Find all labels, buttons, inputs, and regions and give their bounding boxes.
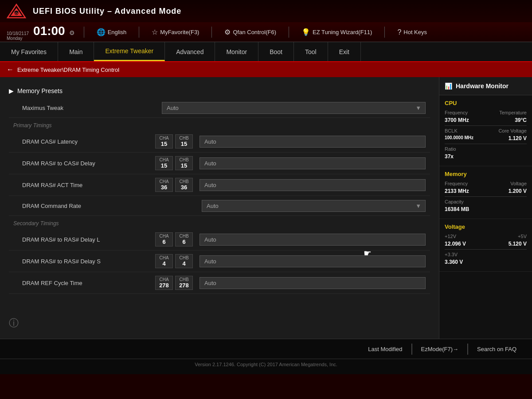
- dram-ras-act-label: DRAM RAS# ACT Time: [22, 182, 155, 188]
- search-faq-button[interactable]: Search on FAQ: [468, 344, 525, 355]
- hotkeys-button[interactable]: ? Hot Keys: [394, 27, 430, 38]
- sidebar-item-boot[interactable]: Boot: [258, 42, 294, 61]
- ras-cas-input[interactable]: [200, 157, 426, 169]
- ras-act-input[interactable]: [200, 179, 426, 191]
- dram-ref-cycle-label: DRAM REF Cycle Time: [22, 280, 155, 286]
- ref-cycle-input[interactable]: [200, 277, 426, 289]
- dram-cas-latency-row: DRAM CAS# Latency CHA 15 CHB 15: [9, 131, 430, 153]
- primary-timings-label: Primary Timings: [9, 118, 430, 131]
- language-label: English: [108, 29, 127, 35]
- cas-chb-value: 15: [178, 141, 190, 147]
- v33-value-row: 3.360 V: [445, 259, 527, 265]
- ras-act-cha-value: 36: [158, 184, 170, 191]
- ras-cas-cha-label: CHA: [158, 157, 170, 162]
- ras-delay-s-cha-value: 4: [158, 260, 170, 267]
- sidebar-item-main[interactable]: Main: [58, 42, 94, 61]
- fan-icon: ⚙: [224, 28, 231, 36]
- voltage-section: Voltage +12V +5V 12.096 V 5.120 V +3.3V …: [439, 219, 532, 272]
- cpu-ratio-label: Ratio: [445, 146, 456, 152]
- monitor-icon: 📊: [445, 82, 452, 90]
- globe-icon: 🌐: [97, 28, 106, 36]
- ez-mode-button[interactable]: EzMode(F7)→: [412, 344, 468, 355]
- sidebar-item-advanced[interactable]: Advanced: [165, 42, 215, 61]
- settings-icon-time[interactable]: ⚙: [69, 29, 75, 36]
- cas-latency-control[interactable]: [200, 136, 426, 148]
- dram-ras-act-row: DRAM RAS# ACT Time CHA 36 CHB 36: [9, 174, 430, 196]
- ras-cas-cha-box: CHA 15: [155, 156, 173, 170]
- sidebar-item-monitor[interactable]: Monitor: [215, 42, 258, 61]
- rog-logo: ROG: [5, 4, 27, 19]
- last-modified-button[interactable]: Last Modified: [359, 344, 411, 355]
- secondary-timings-text: Secondary Timings: [13, 220, 59, 227]
- datetime: 10/18/2117 Monday 01:00 ⚙: [7, 24, 75, 41]
- maximus-tweak-dropdown[interactable]: Auto: [162, 102, 426, 114]
- ras-delay-l-control[interactable]: [200, 234, 426, 246]
- ras-cas-chb-label: CHB: [178, 157, 190, 162]
- cas-latency-input[interactable]: [200, 136, 426, 148]
- ras-delay-s-control[interactable]: [200, 255, 426, 267]
- info-icon[interactable]: ⓘ: [9, 317, 19, 330]
- settings-content: ▶ Memory Presets Maximus Tweak Auto ▼ Pr…: [0, 77, 439, 301]
- v5-label: +5V: [518, 234, 527, 239]
- sidebar-item-extreme-tweaker[interactable]: Extreme Tweaker: [94, 42, 165, 61]
- footer-toolbar: Last Modified EzMode(F7)→ Search on FAQ: [0, 339, 532, 359]
- header: ROG UEFI BIOS Utility – Advanced Mode 10…: [0, 0, 532, 42]
- cpu-ratio-value-row: 37x: [445, 153, 527, 160]
- mem-freq-row: Frequency Voltage: [445, 181, 527, 186]
- ras-cas-channels: CHA 15 CHB 15: [155, 156, 193, 170]
- language-selector[interactable]: 🌐 English: [93, 27, 130, 38]
- cpu-bclk-row: BCLK Core Voltage: [445, 128, 527, 133]
- sidebar-item-exit[interactable]: Exit: [328, 42, 361, 61]
- mem-freq-value: 2133 MHz: [445, 188, 469, 194]
- cpu-freq-label: Frequency: [445, 110, 468, 115]
- ras-cas-control[interactable]: [200, 157, 426, 169]
- dram-ras-delay-l-row: DRAM RAS# to RAS# Delay L CHA 6 CHB 6: [9, 229, 430, 250]
- cas-cha-label: CHA: [158, 136, 170, 141]
- tool-label: Tool: [305, 48, 317, 55]
- cmd-rate-dropdown[interactable]: Auto: [202, 200, 426, 212]
- maximus-tweak-control[interactable]: Auto ▼: [162, 102, 426, 114]
- sidebar-item-my-favorites[interactable]: My Favorites: [0, 42, 58, 61]
- hw-monitor-title: 📊 Hardware Monitor: [439, 77, 532, 95]
- sidebar-item-tool[interactable]: Tool: [294, 42, 328, 61]
- advanced-label: Advanced: [176, 48, 203, 55]
- qfan-button[interactable]: ⚙ Qfan Control(F6): [221, 27, 280, 38]
- cpu-freq-row: Frequency Temperature: [445, 110, 527, 115]
- back-arrow-icon[interactable]: ←: [7, 66, 14, 74]
- v12-row: +12V +5V: [445, 234, 527, 239]
- app-title: UEFI BIOS Utility – Advanced Mode: [33, 7, 181, 16]
- secondary-timings-label: Secondary Timings: [9, 216, 430, 229]
- dram-ras-cas-row: DRAM RAS# to CAS# Delay CHA 15 CHB 15: [9, 153, 430, 174]
- ref-cycle-chb-label: CHB: [178, 277, 190, 282]
- eztuning-button[interactable]: 💡 EZ Tuning Wizard(F11): [298, 27, 376, 38]
- dram-ras-delay-s-row: DRAM RAS# to RAS# Delay S CHA 4 CHB 4: [9, 250, 430, 272]
- ref-cycle-cha-box: CHA 278: [155, 276, 173, 290]
- myfavorite-button[interactable]: ☆ MyFavorite(F3): [148, 27, 203, 38]
- dram-ref-cycle-row: DRAM REF Cycle Time CHA 278 CHB 278: [9, 272, 430, 294]
- ras-delay-s-chb-value: 4: [178, 260, 190, 267]
- ras-delay-l-chb-value: 6: [178, 239, 190, 245]
- ras-delay-l-cha-label: CHA: [158, 234, 170, 239]
- ras-cas-chb-value: 15: [178, 162, 190, 169]
- ras-delay-s-input[interactable]: [200, 255, 426, 267]
- v12-value-row: 12.096 V 5.120 V: [445, 241, 527, 247]
- cas-cha-box: CHA 15: [155, 134, 173, 149]
- ras-act-control[interactable]: [200, 179, 426, 191]
- cas-cha-value: 15: [158, 141, 170, 147]
- ras-act-chb-box: CHB 36: [175, 178, 193, 192]
- ref-cycle-channels: CHA 278 CHB 278: [155, 276, 193, 290]
- light-icon: 💡: [301, 28, 310, 36]
- dram-ras-cas-label: DRAM RAS# to CAS# Delay: [22, 160, 155, 167]
- memory-presets-section[interactable]: ▶ Memory Presets: [9, 84, 430, 98]
- ras-cas-cha-value: 15: [158, 162, 170, 169]
- cas-chb-label: CHB: [178, 136, 190, 141]
- cpu-section-title: CPU: [445, 100, 527, 106]
- dram-ras-delay-s-label: DRAM RAS# to RAS# Delay S: [22, 258, 155, 265]
- ras-delay-l-chb-box: CHB 6: [175, 232, 193, 246]
- cmd-rate-control[interactable]: Auto ▼: [202, 200, 426, 212]
- help-icon: ?: [397, 28, 401, 36]
- ras-delay-l-input[interactable]: [200, 234, 426, 246]
- version-text: Version 2.17.1246. Copyright (C) 2017 Am…: [195, 362, 337, 367]
- ras-act-chb-value: 36: [178, 184, 190, 191]
- ref-cycle-control[interactable]: [200, 277, 426, 289]
